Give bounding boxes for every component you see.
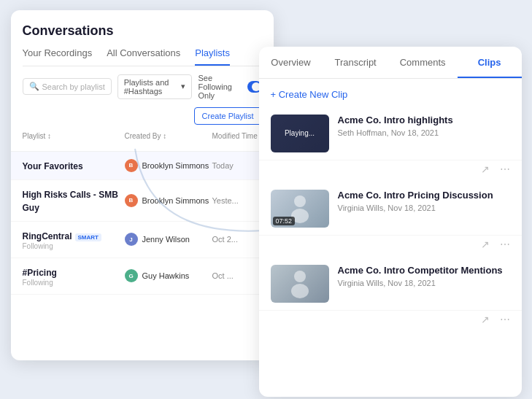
avatar: B — [125, 194, 138, 207]
col-created-by: Created By ↕ — [125, 132, 212, 148]
creator-name: Brooklyn Simmons — [142, 196, 209, 205]
clip-title: Acme Co. Intro Competitor Mentions — [338, 265, 510, 277]
tab-comments[interactable]: Comments — [388, 47, 458, 78]
following-label-text: See Following Only — [198, 74, 243, 100]
creator-name: Jenny Wilson — [142, 235, 190, 244]
table-rows: Your Favorites B Brooklyn Simmons Today … — [11, 152, 274, 295]
tab-transcript[interactable]: Transcript — [323, 47, 388, 78]
clip-meta: Seth Hoffman, Nov 18, 2021 — [338, 128, 510, 137]
svg-point-3 — [291, 284, 309, 298]
playlist-name: Your Favorites — [23, 161, 83, 171]
creator-cell: B Brooklyn Simmons — [125, 159, 212, 172]
table-header: Playlist ↕ Created By ↕ Modified Time ↕ … — [11, 129, 274, 152]
clip-info: Acme Co. Intro Pricing Discussion Virgin… — [338, 190, 510, 228]
creator-name: Brooklyn Simmons — [142, 161, 209, 170]
right-panel: Overview Transcript Comments Clips + Cre… — [259, 47, 522, 397]
right-tabs-row: Overview Transcript Comments Clips — [259, 47, 522, 79]
table-row[interactable]: #Pricing Following G Guy Hawkins Oct ... — [11, 258, 274, 295]
clip-thumbnail — [271, 265, 329, 303]
clip-thumbnail: Playing... — [271, 115, 329, 152]
tab-playlists[interactable]: Playlists — [195, 47, 230, 66]
col-playlist: Playlist ↕ — [23, 132, 125, 148]
following-toggle: See Following Only — [198, 74, 261, 100]
search-box[interactable]: 🔍 Search by playlist — [23, 78, 112, 95]
playlist-name-cell: #Pricing Following — [23, 266, 125, 287]
playlist-name-cell: RingCentralSMART Following — [23, 229, 125, 250]
search-placeholder: Search by playlist — [42, 82, 105, 91]
clip-item: 07:52 Acme Co. Intro Pricing Discussion … — [259, 182, 522, 236]
more-options-icon[interactable]: ⋯ — [500, 239, 510, 250]
avatar: B — [125, 159, 138, 172]
duration-badge: 07:52 — [273, 217, 296, 225]
tab-all-conversations[interactable]: All Conversations — [107, 47, 180, 66]
table-row[interactable]: Your Favorites B Brooklyn Simmons Today — [11, 152, 274, 180]
following-label: Following — [23, 242, 125, 250]
clip-title: Acme Co. Intro Pricing Discussion — [338, 190, 510, 202]
clip-meta: Virginia Wills, Nov 18, 2021 — [338, 279, 510, 287]
clip-thumb-bg — [271, 265, 329, 303]
svg-point-2 — [294, 271, 306, 282]
avatar: G — [125, 269, 138, 282]
svg-point-0 — [294, 195, 306, 207]
smart-badge: SMART — [75, 233, 101, 241]
chevron-down-icon: ▾ — [181, 82, 185, 91]
clip-info: Acme Co. Intro Competitor Mentions Virgi… — [338, 265, 510, 303]
left-tabs-row: Your Recordings All Conversations Playli… — [23, 47, 262, 66]
table-row[interactable]: High Risks Calls - SMB Guy B Brooklyn Si… — [11, 180, 274, 222]
tab-your-recordings[interactable]: Your Recordings — [23, 47, 93, 66]
filter-dropdown[interactable]: Playlists and #Hashtags ▾ — [117, 74, 193, 99]
clip-title: Acme Co. Intro highlights — [338, 115, 510, 127]
tab-overview[interactable]: Overview — [259, 47, 323, 78]
controls-row: 🔍 Search by playlist Playlists and #Hash… — [11, 66, 274, 107]
tab-clips[interactable]: Clips — [458, 47, 522, 78]
creator-cell: J Jenny Wilson — [125, 233, 212, 246]
share-icon[interactable]: ↗ — [481, 239, 490, 250]
more-options-icon[interactable]: ⋯ — [500, 163, 510, 175]
playlist-name: High Risks Calls - SMB Guy — [23, 190, 118, 213]
clip-meta: Virginia Wills, Nov 18, 2021 — [338, 204, 510, 212]
playing-overlay: Playing... — [271, 115, 329, 152]
share-icon[interactable]: ↗ — [481, 163, 490, 175]
create-playlist-button[interactable]: Create Playlist — [194, 107, 262, 125]
clip-actions-row: ↗ ⋯ — [259, 311, 522, 333]
clip-item: Playing... Acme Co. Intro highlights Set… — [259, 107, 522, 160]
conversations-title: Conversations — [23, 23, 262, 39]
main-container: Conversations Your Recordings All Conver… — [11, 10, 522, 390]
filter-label: Playlists and #Hashtags — [124, 78, 179, 96]
creator-cell: G Guy Hawkins — [125, 269, 212, 282]
clip-item: Acme Co. Intro Competitor Mentions Virgi… — [259, 257, 522, 311]
more-options-icon[interactable]: ⋯ — [500, 314, 510, 325]
share-icon[interactable]: ↗ — [481, 314, 490, 325]
following-label: Following — [23, 279, 125, 287]
search-icon: 🔍 — [29, 82, 39, 91]
playlist-name-cell: Your Favorites — [23, 159, 125, 172]
left-panel: Conversations Your Recordings All Conver… — [11, 10, 274, 360]
table-row[interactable]: RingCentralSMART Following J Jenny Wilso… — [11, 222, 274, 258]
clip-actions-row: ↗ ⋯ — [259, 236, 522, 257]
left-panel-header: Conversations Your Recordings All Conver… — [11, 10, 274, 66]
clip-actions-row: ↗ ⋯ — [259, 160, 522, 182]
playlist-name: RingCentralSMART — [23, 231, 101, 241]
creator-cell: B Brooklyn Simmons — [125, 194, 212, 207]
playlist-name: #Pricing — [23, 268, 57, 278]
playlist-name-cell: High Risks Calls - SMB Guy — [23, 187, 125, 214]
create-new-clip-link[interactable]: + Create New Clip — [259, 79, 522, 107]
clip-info: Acme Co. Intro highlights Seth Hoffman, … — [338, 115, 510, 152]
playing-label: Playing... — [285, 129, 315, 137]
creator-name: Guy Hawkins — [142, 271, 190, 280]
person-silhouette-icon — [289, 269, 311, 298]
clip-thumbnail: 07:52 — [271, 190, 329, 228]
avatar: J — [125, 233, 138, 246]
